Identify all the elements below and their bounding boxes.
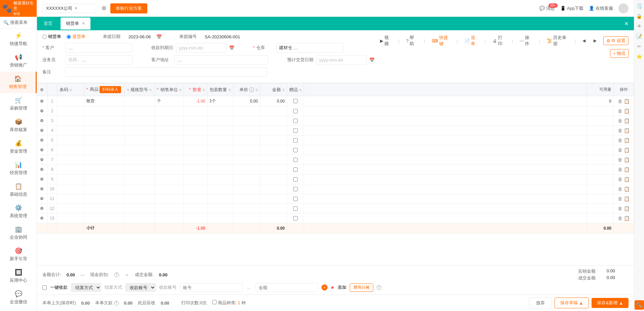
history-btn[interactable]: 📜 历史单据 — [544, 34, 571, 48]
row-amount-4[interactable] — [260, 135, 287, 145]
row-barcode-8[interactable] — [57, 174, 84, 184]
row-delete-4[interactable]: 🗑 — [618, 138, 622, 143]
right-panel-tool[interactable]: 🔧 — [635, 300, 644, 310]
row-product-9[interactable] — [84, 184, 124, 194]
row-copy-8[interactable]: 📋 — [624, 177, 630, 182]
row-pkgqty-12[interactable] — [207, 213, 233, 223]
row-amount-6[interactable] — [260, 155, 287, 165]
row-pkgqty-4[interactable] — [207, 135, 233, 145]
add-circle-icon[interactable]: ● — [331, 284, 334, 290]
row-spec-11[interactable] — [124, 204, 155, 213]
row-gift-2[interactable] — [287, 116, 304, 126]
sidebar-item-marketing[interactable]: 📢 营销推广 — [0, 50, 37, 72]
row-delete-8[interactable]: 🗑 — [618, 177, 622, 182]
row-price-11[interactable] — [233, 204, 260, 213]
row-gift-12[interactable] — [287, 213, 304, 223]
row-barcode-12[interactable] — [57, 213, 84, 223]
form-setting-btn[interactable]: ⚙ ⚙ 设置 — [603, 36, 629, 45]
row-amount-8[interactable] — [260, 174, 287, 184]
row-delete-0[interactable]: 🗑 — [618, 99, 622, 104]
prev-btn[interactable]: ◀ — [580, 37, 588, 44]
row-delete-7[interactable]: 🗑 — [618, 167, 622, 172]
row-qty-9[interactable] — [184, 184, 207, 194]
row-qty-5[interactable] — [184, 145, 207, 155]
customer-addr-input[interactable]: ... — [174, 55, 268, 65]
row-barcode-11[interactable] — [57, 204, 84, 213]
row-settings-6[interactable]: ⚙ — [37, 155, 47, 165]
sidebar-item-system-mgmt[interactable]: ⚙️ 系统管理 — [0, 201, 37, 222]
row-gift-11[interactable] — [287, 204, 304, 213]
row-spec-1[interactable] — [124, 106, 155, 116]
logistics-btn[interactable]: + 物流 — [610, 49, 629, 58]
row-settings-9[interactable]: ⚙ — [37, 184, 47, 194]
row-delete-6[interactable]: 🗑 — [618, 157, 622, 162]
radio-return-order[interactable]: 退货单 — [67, 34, 85, 40]
sidebar-item-vip[interactable]: 👑 畅会员 — [0, 308, 37, 311]
row-spec-10[interactable] — [124, 194, 155, 204]
right-panel-notes[interactable]: 🗒️ — [635, 1, 644, 11]
row-product-7[interactable] — [84, 165, 124, 174]
abandon-btn[interactable]: 放弃 — [529, 298, 552, 308]
row-product-5[interactable] — [84, 145, 124, 155]
row-pkgqty-0[interactable]: 1个 — [207, 96, 233, 106]
header-service-btn[interactable]: 👤 在线客服 — [589, 5, 613, 11]
row-settings-10[interactable]: ⚙ — [37, 194, 47, 204]
discount-info-icon[interactable]: ? — [114, 272, 119, 277]
row-gift-3[interactable] — [287, 126, 304, 135]
price-info-icon[interactable]: i — [249, 87, 254, 92]
row-amount-12[interactable] — [260, 213, 287, 223]
row-settings-12[interactable]: ⚙ — [37, 213, 47, 223]
row-delete-10[interactable]: 🗑 — [618, 196, 622, 201]
row-unit-11[interactable] — [155, 204, 184, 213]
row-barcode-4[interactable] — [57, 135, 84, 145]
customer-input[interactable]: ... — [65, 43, 132, 52]
product-type-checkbox[interactable] — [212, 300, 217, 304]
row-delete-1[interactable]: 🗑 — [618, 108, 622, 114]
row-pkgqty-7[interactable] — [207, 165, 233, 174]
row-product-4[interactable] — [84, 135, 124, 145]
row-price-9[interactable] — [233, 184, 260, 194]
row-barcode-9[interactable] — [57, 184, 84, 194]
trial-button[interactable]: 体验行业方案 — [110, 3, 147, 13]
row-price-3[interactable] — [233, 126, 260, 135]
row-spec-6[interactable] — [124, 155, 155, 165]
row-product-6[interactable] — [84, 155, 124, 165]
expense-btn[interactable]: 费用分摊 — [350, 283, 373, 292]
video-btn[interactable]: ▶ 视频 — [377, 34, 394, 48]
row-unit-10[interactable] — [155, 194, 184, 204]
row-copy-1[interactable]: 📋 — [624, 108, 630, 114]
row-price-4[interactable] — [233, 135, 260, 145]
row-barcode-3[interactable] — [57, 126, 84, 135]
row-product-0[interactable]: 散货 — [84, 96, 124, 106]
row-unit-9[interactable] — [155, 184, 184, 194]
radio-sales-order[interactable]: 销货单 — [42, 34, 61, 40]
row-pkgqty-10[interactable] — [207, 194, 233, 204]
row-price-1[interactable] — [233, 106, 260, 116]
row-amount-0[interactable]: 0.00 — [260, 96, 287, 106]
company-selector[interactable]: XXXXXX公司 ▼ — [42, 4, 96, 13]
row-copy-3[interactable]: 📋 — [624, 128, 630, 133]
row-qty-8[interactable] — [184, 174, 207, 184]
right-panel-pencil[interactable]: ✏ — [635, 42, 644, 51]
row-gift-8[interactable] — [287, 174, 304, 184]
row-unit-7[interactable] — [155, 165, 184, 174]
row-delete-12[interactable]: 🗑 — [618, 216, 622, 221]
row-settings-0[interactable]: ⚙ — [37, 96, 47, 106]
staff-input[interactable]: 选择... ... — [65, 55, 132, 65]
row-settings-8[interactable]: ⚙ — [37, 174, 47, 184]
row-amount-5[interactable] — [260, 145, 287, 155]
sidebar-item-base-info[interactable]: 📋 基础信息 — [0, 179, 37, 201]
row-product-3[interactable] — [84, 126, 124, 135]
row-delete-9[interactable]: 🗑 — [618, 186, 622, 192]
row-qty-1[interactable] — [184, 106, 207, 116]
row-copy-10[interactable]: 📋 — [624, 196, 630, 201]
row-price-12[interactable] — [233, 213, 260, 223]
row-copy-6[interactable]: 📋 — [624, 157, 630, 162]
row-pkgqty-9[interactable] — [207, 184, 233, 194]
row-pkgqty-1[interactable] — [207, 106, 233, 116]
row-unit-3[interactable] — [155, 126, 184, 135]
remarks-input[interactable] — [65, 67, 267, 77]
row-spec-12[interactable] — [124, 213, 155, 223]
sidebar-search[interactable]: 🔍 搜索菜单 — [0, 17, 37, 29]
row-gift-1[interactable] — [287, 106, 304, 116]
